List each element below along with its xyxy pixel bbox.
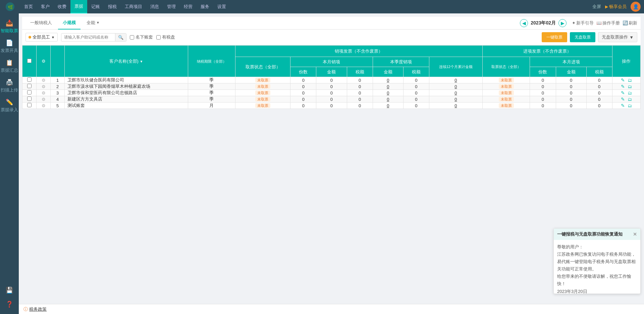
nav-settings[interactable]: 设置: [213, 0, 230, 13]
sidebar-item-scan-upload[interactable]: 🖨️ 扫描上传: [0, 76, 19, 96]
table-row: ⚙ 5 测试账套 月 未取票 0 0 0 0 0 0 未取票 0 0 0 ✎ 🗂: [22, 103, 641, 109]
row-pm-tax: 0: [586, 96, 612, 103]
view-icon[interactable]: 🗂: [628, 103, 632, 108]
row-sq-amount: 0: [373, 83, 403, 90]
no-disk-ops-btn[interactable]: 无盘取票操作 ▼: [598, 32, 637, 42]
nav-billing[interactable]: 收费: [54, 0, 70, 13]
view-icon[interactable]: 🗂: [628, 78, 632, 83]
row-pm-amount: 0: [556, 96, 586, 103]
nav-business[interactable]: 工商项目: [121, 0, 146, 13]
select-all-checkbox[interactable]: [27, 59, 32, 63]
view-icon[interactable]: 🗂: [628, 97, 632, 102]
account-checkbox[interactable]: [130, 35, 134, 40]
popup-close-btn[interactable]: ✕: [633, 232, 637, 237]
pm-tax-header: 税额: [586, 67, 612, 77]
nav-bookkeeping[interactable]: 记账: [87, 0, 104, 13]
row-pm-tax: 0: [586, 77, 612, 83]
refresh-btn[interactable]: 🔄 刷新: [623, 20, 637, 26]
nav-message[interactable]: 消息: [146, 0, 163, 13]
row-checkbox[interactable]: [27, 77, 32, 82]
row-pm-amount: 0: [556, 103, 586, 109]
nav-home[interactable]: 首页: [20, 0, 37, 13]
edit-icon[interactable]: ✎: [621, 90, 625, 96]
sidebar-item-invoice-summary[interactable]: 📋 票据汇总: [0, 56, 19, 76]
row-pm-amount: 0: [556, 83, 586, 90]
row-sales-status: 未取票: [235, 83, 290, 90]
sales-group-header: 销项发票（不含作废票）: [235, 46, 483, 57]
member-btn[interactable]: ▶ 畅享会员: [605, 4, 627, 10]
row-settings-icon[interactable]: ⚙: [42, 84, 46, 89]
nav-invoice[interactable]: 票据: [70, 0, 87, 13]
tab-small-scale[interactable]: 小规模: [58, 17, 80, 29]
row-settings-icon[interactable]: ⚙: [42, 103, 46, 108]
sidebar-item-smart-invoice[interactable]: 📥 智能取票: [0, 17, 19, 37]
sidebar-download[interactable]: 💾: [0, 284, 19, 297]
nav-customer[interactable]: 客户: [37, 0, 54, 13]
nav-manage[interactable]: 管理: [163, 0, 180, 13]
sm-count-header: 份数: [290, 67, 316, 77]
search-button[interactable]: 🔍: [115, 34, 126, 41]
fullscreen-btn[interactable]: 全屏: [592, 4, 601, 10]
sm-tax-header: 税额: [347, 67, 373, 77]
user-avatar[interactable]: 👤: [631, 2, 641, 12]
refresh-icon: 🔄: [623, 20, 628, 25]
one-click-btn[interactable]: 一键取票: [542, 32, 567, 42]
popup-header: 一键报税与无盘取票功能恢复通知 ✕: [554, 229, 640, 240]
tax-disk-label: 有税盘: [162, 34, 175, 40]
row-sq-amount: 0: [373, 96, 403, 103]
edit-icon[interactable]: ✎: [621, 103, 625, 108]
invoice-issue-icon: 📄: [6, 39, 13, 47]
row-purchase-status: 未取票: [482, 96, 530, 103]
period-prev-btn[interactable]: ◀: [520, 19, 528, 27]
sidebar-item-invoice-issue[interactable]: 📄 发票开具: [0, 37, 19, 56]
row-sales-status: 未取票: [235, 96, 290, 103]
search-input[interactable]: [61, 34, 115, 41]
row-s12-amount: 0: [429, 90, 482, 96]
period-next-btn[interactable]: ▶: [558, 19, 567, 27]
row-pm-count: 0: [530, 103, 556, 109]
table-container: ⚙ 客户名称(全部) ▼ 纳税期限（全部） 销项发票（不含作废票） 进项发票（不…: [22, 45, 641, 109]
row-sq-tax: 0: [403, 90, 429, 96]
row-checkbox[interactable]: [27, 103, 32, 107]
edit-icon[interactable]: ✎: [621, 84, 625, 89]
row-actions: ✎ 🗂: [612, 77, 640, 83]
row-no: 1: [51, 77, 65, 83]
new-guide-btn[interactable]: ✦ 新手引导: [572, 20, 594, 26]
row-s12-amount: 0: [429, 103, 482, 109]
tab-all[interactable]: 全能 ▼: [82, 17, 104, 29]
view-icon[interactable]: 🗂: [628, 90, 632, 96]
sidebar-help[interactable]: ❓: [0, 298, 19, 311]
manual-btn[interactable]: 📖 操作手册: [596, 20, 620, 26]
row-sq-tax: 0: [403, 103, 429, 109]
sidebar-label-scan: 扫描上传: [1, 87, 18, 93]
row-settings-icon[interactable]: ⚙: [42, 78, 46, 83]
nav-tax[interactable]: 报税: [104, 0, 121, 13]
row-checkbox[interactable]: [27, 90, 32, 95]
invoice-table: ⚙ 客户名称(全部) ▼ 纳税期限（全部） 销项发票（不含作废票） 进项发票（不…: [22, 45, 641, 109]
tab-actions: ✦ 新手引导 📖 操作手册 🔄 刷新: [572, 20, 637, 26]
row-checkbox[interactable]: [27, 84, 32, 88]
row-sm-tax: 0: [347, 90, 373, 96]
nav-service[interactable]: 服务: [197, 0, 213, 13]
tax-disk-filter-label[interactable]: 有税盘: [156, 34, 175, 40]
tab-general-taxpayer[interactable]: 一般纳税人: [25, 17, 57, 29]
row-sm-count: 0: [290, 103, 316, 109]
tax-disk-checkbox[interactable]: [156, 35, 161, 40]
account-filter-label[interactable]: 名下账套: [130, 34, 153, 40]
view-icon[interactable]: 🗂: [628, 84, 632, 89]
no-disk-btn[interactable]: 无盘取票: [570, 32, 595, 42]
sidebar-label-issue: 发票开具: [1, 48, 18, 54]
row-settings-icon[interactable]: ⚙: [42, 90, 46, 96]
edit-icon[interactable]: ✎: [621, 97, 625, 102]
nav-operation[interactable]: 经营: [180, 0, 197, 13]
row-checkbox[interactable]: [27, 97, 32, 101]
row-sm-amount: 0: [316, 90, 347, 96]
employee-filter[interactable]: 全部员工 ▼: [25, 33, 58, 42]
row-settings-icon[interactable]: ⚙: [42, 97, 46, 102]
customer-col-header: 客户名称(全部) ▼: [65, 46, 188, 77]
gear-icon: ⚙: [42, 59, 46, 64]
tax-policy-link[interactable]: 税务政策: [29, 306, 47, 312]
edit-icon[interactable]: ✎: [621, 77, 625, 83]
row-pm-count: 0: [530, 96, 556, 103]
sidebar-item-invoice-entry[interactable]: ✏️ 票据录入: [0, 96, 19, 116]
